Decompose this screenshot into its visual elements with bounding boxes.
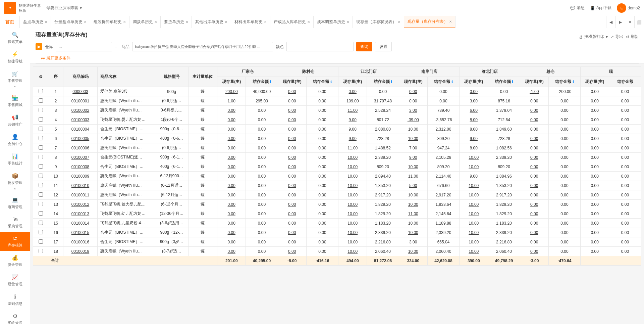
row-select[interactable] <box>33 115 48 125</box>
row-wh4-qty[interactable]: 10.00 <box>399 200 427 209</box>
row-code[interactable]: 00100011 <box>63 190 98 200</box>
row-select[interactable] <box>33 87 48 96</box>
row-wh4-qty[interactable]: 5.00 <box>399 181 427 190</box>
row-wh2-qty[interactable]: 0.00 <box>278 153 306 162</box>
row-select[interactable] <box>33 190 48 200</box>
row-code[interactable]: 00100012 <box>63 200 98 209</box>
row-select[interactable] <box>33 247 48 256</box>
row-total-qty[interactable]: 0.00 <box>520 172 548 181</box>
sidebar-item-电商管理[interactable]: 💻电商管理 <box>0 193 30 213</box>
goods-input[interactable] <box>132 42 273 51</box>
row-wh1-qty[interactable]: 0.00 <box>217 181 246 190</box>
row-wh4-qty[interactable]: 3.00 <box>399 106 427 115</box>
row-wh3-qty[interactable]: 11.00 <box>338 106 367 115</box>
row-wh5-qty[interactable]: 10.00 <box>460 200 488 209</box>
sidebar-item-零售管理[interactable]: 🛒零售管理▲ <box>0 67 30 91</box>
row-wh5-qty[interactable]: 10.00 <box>460 209 488 219</box>
tab-next-btn[interactable]: ▶ <box>616 16 625 28</box>
row-code[interactable]: 00100005 <box>63 134 98 143</box>
row-wh5-qty[interactable]: 0.00 <box>460 87 488 96</box>
row-code[interactable]: 00100003 <box>63 115 98 125</box>
row-select[interactable] <box>33 134 48 143</box>
row-wh5-qty[interactable]: 10.00 <box>460 190 488 200</box>
row-wh1-qty[interactable]: 0.00 <box>217 115 246 125</box>
row-wh1-qty[interactable]: 0.00 <box>217 125 246 134</box>
row-wh4-qty[interactable]: 7.00 <box>399 143 427 153</box>
row-code[interactable]: 00100004 <box>63 125 98 134</box>
row-code[interactable]: 00100014 <box>63 219 98 228</box>
row-wh1-qty[interactable]: 0.00 <box>217 134 246 143</box>
tab-item[interactable]: 现存量（库存状况表）✕ <box>353 16 404 28</box>
tab-close-icon[interactable]: ✕ <box>123 20 126 24</box>
row-code[interactable]: 00100009 <box>63 172 98 181</box>
row-wh3-qty[interactable]: 9.00 <box>338 134 367 143</box>
row-select[interactable] <box>33 125 48 134</box>
sidebar-item-零售统计[interactable]: 📊零售统计 <box>0 150 30 169</box>
row-select[interactable] <box>33 143 48 153</box>
row-wh1-qty[interactable]: 0.00 <box>217 237 246 247</box>
row-wh1-qty[interactable]: 0.00 <box>217 106 246 115</box>
tab-close-icon[interactable]: ✕ <box>449 20 452 24</box>
sidebar-item-营销推广[interactable]: 📢营销推广 <box>0 111 30 130</box>
row-wh3-qty[interactable]: 10.00 <box>338 247 367 256</box>
row-wh2-qty[interactable]: 0.00 <box>278 219 306 228</box>
row-select[interactable] <box>33 181 48 190</box>
home-tab[interactable]: 首页 <box>0 16 20 28</box>
row-wh4-qty[interactable]: 10.00 <box>399 162 427 172</box>
export-btn[interactable]: ↗ 导出 <box>610 34 623 40</box>
sidebar-item-会员中心[interactable]: 👤会员中心 <box>0 130 30 150</box>
row-code[interactable]: 00100006 <box>63 143 98 153</box>
row-wh4-qty[interactable]: 3.00 <box>399 237 427 247</box>
tab-item[interactable]: 材料出库单历史✕ <box>231 16 270 28</box>
row-wh4-qty[interactable]: 10.00 <box>399 247 427 256</box>
row-wh1-qty[interactable]: 0.00 <box>217 172 246 181</box>
row-total-qty[interactable]: -1.00 <box>520 87 548 96</box>
row-wh2-qty[interactable]: 0.00 <box>278 134 306 143</box>
sidebar-item-资金管理[interactable]: 💰资金管理 <box>0 251 30 271</box>
sidebar-item-经营管理[interactable]: 📈经营管理 <box>0 271 30 290</box>
row-wh1-qty[interactable]: 200.00 <box>217 87 246 96</box>
row-wh5-qty[interactable]: 6.00 <box>460 106 488 115</box>
row-code[interactable]: 00100016 <box>63 237 98 247</box>
row-total-qty[interactable]: 0.00 <box>520 115 548 125</box>
row-wh3-qty[interactable]: 11.00 <box>338 143 367 153</box>
row-wh2-qty[interactable]: 0.00 <box>278 87 306 96</box>
row-total-qty[interactable]: 0.00 <box>520 134 548 143</box>
row-wh1-qty[interactable]: 0.00 <box>217 209 246 219</box>
row-wh4-qty[interactable]: 10.00 <box>399 228 427 237</box>
row-total-qty[interactable]: 0.00 <box>520 200 548 209</box>
row-wh1-qty[interactable]: 0.00 <box>217 162 246 172</box>
row-code[interactable]: 00100018 <box>63 247 98 256</box>
sidebar-item-系统管理[interactable]: ⚙系统管理 <box>0 310 30 324</box>
row-total-qty[interactable]: 0.00 <box>520 237 548 247</box>
row-total-qty[interactable]: 0.00 <box>520 181 548 190</box>
row-wh1-qty[interactable]: 0.00 <box>217 200 246 209</box>
row-wh2-qty[interactable]: 0.00 <box>278 200 306 209</box>
tab-close-btn[interactable]: ✕ <box>625 16 635 28</box>
row-wh1-qty[interactable]: 1.00 <box>217 96 246 106</box>
row-wh3-qty[interactable]: 9.00 <box>338 115 367 125</box>
row-wh5-qty[interactable]: 8.00 <box>460 115 488 125</box>
row-total-qty[interactable]: 0.00 <box>520 219 548 228</box>
sidebar-item-零售商城[interactable]: 🏪零售商城 <box>0 91 30 111</box>
th-settings[interactable]: ⚙ <box>33 67 48 87</box>
tab-item[interactable]: 要货单历史✕ <box>161 16 192 28</box>
tab-item[interactable]: 分量盘点单历史✕ <box>51 16 90 28</box>
tab-close-icon[interactable]: ✕ <box>84 20 87 24</box>
row-wh3-qty[interactable]: 10.00 <box>338 181 367 190</box>
row-code[interactable]: 00100002 <box>63 106 98 115</box>
row-wh5-qty[interactable]: 10.00 <box>460 153 488 162</box>
messages-btn[interactable]: 💬 消息 <box>570 5 585 11</box>
row-wh5-qty[interactable]: 8.00 <box>460 143 488 153</box>
row-total-qty[interactable]: 0.00 <box>520 247 548 256</box>
tab-close-icon[interactable]: ✕ <box>264 20 267 24</box>
row-select[interactable] <box>33 162 48 172</box>
row-wh2-qty[interactable]: 0.00 <box>278 181 306 190</box>
tab-close-icon[interactable]: ✕ <box>45 20 47 24</box>
tab-item[interactable]: 调拨单历史✕ <box>129 16 161 28</box>
row-select[interactable] <box>33 96 48 106</box>
sidebar-item-快捷导航[interactable]: ⚡快捷导航 <box>0 48 30 67</box>
row-wh5-qty[interactable]: 10.00 <box>460 237 488 247</box>
row-wh5-qty[interactable]: 10.00 <box>460 162 488 172</box>
row-wh2-qty[interactable]: 0.00 <box>278 209 306 219</box>
